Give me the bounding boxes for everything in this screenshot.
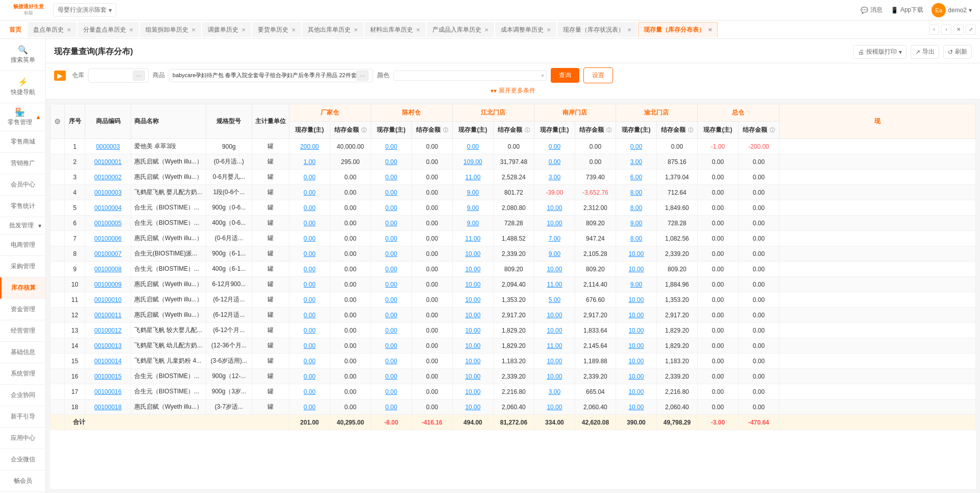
table-row: 15 00100014 飞鹤星飞帆 儿童奶粉 4... (3-6岁适用)... … [51,354,976,369]
tab-close-icon[interactable]: ✕ [67,27,71,33]
sidebar-item-retail-stats[interactable]: 零售统计 [0,196,45,217]
tab-close-icon[interactable]: ✕ [547,27,551,33]
info-icon[interactable]: ⓘ [688,127,693,133]
info-icon[interactable]: ⓘ [525,127,530,133]
sidebar-item-inventory[interactable]: 库存核算 [0,277,45,299]
app-download-btn[interactable]: 📱 App下载 [891,6,923,14]
cell-total-amount: -200.00 [738,139,779,154]
tab-home[interactable]: 首页 [4,22,27,37]
cell-nanan-amount: 2,114.40 [575,277,616,292]
warehouse-input[interactable] [92,70,133,81]
tab-next-btn[interactable]: › [941,25,951,35]
cell-jiangbei-stock: 10.00 [452,354,493,369]
user-menu[interactable]: Ea demo2 ▾ [932,3,972,17]
tab-other-out[interactable]: 其他出库单历史 ✕ [302,22,363,37]
settings-btn[interactable]: 设置 [583,67,613,83]
tab-close-icon[interactable]: ✕ [354,27,358,33]
tab-transfer[interactable]: 调拨单历史 ✕ [202,22,251,37]
cell-current [779,216,975,231]
sidebar-item-enterprise[interactable]: 企业协同 [0,385,45,406]
info-icon[interactable]: ⓘ [606,127,611,133]
info-icon[interactable]: ⓘ [443,127,448,133]
tab-close-icon[interactable]: ✕ [484,27,488,33]
refresh-btn[interactable]: ↺ 刷新 [943,45,972,59]
cell-yubeibei-amount: 1,183.20 [656,354,697,369]
tab-close-icon[interactable]: ✕ [708,27,712,33]
expand-more-btn[interactable]: ▾▾ 展开更多条件 [491,86,535,95]
sidebar-item-wecom[interactable]: 企业微信 [0,449,45,471]
sidebar-item-wholesale[interactable]: 批发管理 ▾ [0,217,45,234]
tab-close-icon[interactable]: ✕ [129,27,133,33]
tab-requisition[interactable]: 要货单历史 ✕ [252,22,301,37]
col-chenshi-amount: 结存金额 ⓘ [411,122,452,139]
warehouse-dots-btn[interactable]: ··· [133,71,145,81]
tab-current-status[interactable]: 现存量（库存状况表） ✕ [557,22,637,37]
sidebar-item-business[interactable]: 经营管理 [0,320,45,342]
tab-close-icon[interactable]: ✕ [627,27,631,33]
cell-num: 2 [65,154,85,170]
cell-unit: 罐 [252,292,289,308]
top-bar-left: 畅捷通好生意 标版 母婴行业演示陈套 ▾ [8,3,116,17]
tab-product-in[interactable]: 产成品入库单历史 ✕ [427,22,494,37]
product-dots-btn[interactable]: ··· [356,71,369,81]
product-input[interactable] [173,73,356,79]
tab-cost-adjust[interactable]: 成本调整单历史 ✕ [495,22,556,37]
sidebar-item-ecommerce[interactable]: 电商管理 [0,234,45,256]
sidebar-item-members[interactable]: 畅会员 [0,471,45,492]
cell-jiangbei-stock: 11.00 [452,170,493,185]
info-icon[interactable]: ⓘ [361,127,366,133]
color-input[interactable] [396,72,541,79]
cell-jiangbei-amount: 2,060.40 [493,400,534,415]
print-btn[interactable]: 🖨 按模版打印 ▾ [853,45,906,59]
cell-nanan-amount: 0.00 [575,154,616,170]
table-row: 18 00100018 惠氏启赋（Wyeth illu...） (3-7岁适..… [51,400,976,415]
industry-selector[interactable]: 母婴行业演示陈套 ▾ [53,3,116,17]
export-btn[interactable]: ↗ 导出 [911,45,939,59]
cell-name: 惠氏启赋（Wyeth illu...） [131,277,206,292]
tab-fullscreen-btn[interactable]: ⤢ [966,25,976,35]
tab-bar-scroll: 首页 盘点单历史 ✕ 分量盘点单历史 ✕ 组装拆卸单历史 ✕ 调拨单历史 ✕ 要… [4,22,928,37]
col-nanan-amount: 结存金额 ⓘ [575,122,616,139]
tab-close-icon[interactable]: ✕ [416,27,420,33]
cell-settings [51,154,65,170]
tab-close-all-btn[interactable]: ✕ [953,25,964,35]
sidebar-item-member[interactable]: 会员中心 [0,174,45,196]
sidebar-item-purchase[interactable]: 采购管理 [0,256,45,277]
search-btn[interactable]: 查询 [551,68,579,83]
tab-material-out[interactable]: 材料出库单历史 ✕ [364,22,426,37]
tab-prev-btn[interactable]: ‹ [929,25,939,35]
sidebar-item-retail-mall[interactable]: 零售商城 [0,131,45,153]
cell-yubeibei-stock: 8.00 [616,231,656,246]
sidebar-item-apps[interactable]: 应用中心 [0,428,45,449]
cell-yubeibei-stock: 10.00 [616,308,656,323]
tab-disassembly[interactable]: 组装拆卸单历史 ✕ [140,22,201,37]
sidebar-item-search[interactable]: 🔍 搜索英单 [0,39,45,71]
cell-current [779,185,975,200]
tab-current-dist[interactable]: 现存量（库存分布表） ✕ [638,22,718,37]
sidebar-item-finance[interactable]: 资金管理 [0,299,45,320]
tab-stocktake[interactable]: 盘点单历史 ✕ [28,22,77,37]
tab-close-icon[interactable]: ✕ [191,27,195,33]
sidebar-item-guide[interactable]: 新手引导 [0,406,45,428]
cell-yubeibei-amount: 1,353.20 [656,292,697,308]
cell-num: 13 [65,323,85,338]
tab-branch-stocktake[interactable]: 分量盘点单历史 ✕ [78,22,139,37]
tab-close-icon[interactable]: ✕ [241,27,246,33]
cell-total-stock: 0.00 [697,338,738,354]
info-icon[interactable]: ⓘ [770,127,775,133]
color-input-wrap: ▾ [394,71,547,81]
sidebar-item-retail-mgmt[interactable]: 🏪 零售管理 ▲ [0,103,45,131]
col-jiangbei-amount: 结存金额 ⓘ [493,122,534,139]
gear-icon[interactable]: ⚙ [54,118,61,126]
cell-jiangbei-stock: 11.00 [452,231,493,246]
messages-btn[interactable]: 💬 消息 [861,6,883,14]
sidebar-item-marketing[interactable]: 营销推广 [0,153,45,174]
filter-toggle-btn[interactable]: ▶ [54,71,66,81]
cell-code: 00100008 [85,262,131,277]
cell-unit: 罐 [252,354,289,369]
cell-current [779,338,975,354]
tab-close-icon[interactable]: ✕ [291,27,296,33]
sidebar-item-basic[interactable]: 基础信息 [0,342,45,363]
sidebar-item-nav[interactable]: ⚡ 快捷导航 [0,71,45,103]
sidebar-item-system[interactable]: 系统管理 [0,363,45,385]
